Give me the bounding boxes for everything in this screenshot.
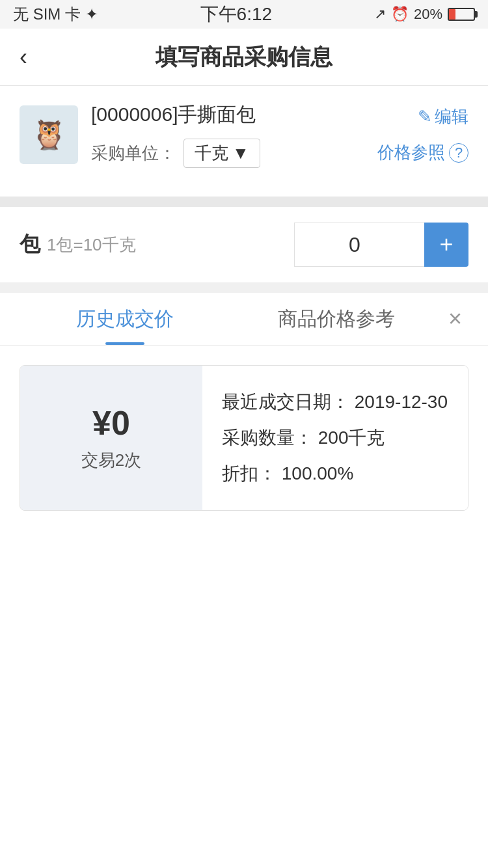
unit-char: 包	[20, 230, 40, 259]
tabs-section: 历史成交价 商品价格参考 × ¥0 交易2次 最近成交日期： 2019-12-3…	[0, 293, 488, 530]
battery-percent: 20%	[414, 6, 442, 23]
quantity-plus-button[interactable]: +	[424, 223, 468, 267]
tab-price-reference-label: 商品价格参考	[278, 306, 395, 332]
status-left: 无 SIM 卡 ✦	[13, 4, 98, 25]
product-header: 🦉 [0000006]手撕面包 采购单位： 千克 ▼ ✎ 编辑 价格参照	[20, 102, 468, 168]
quantity-label: 包 1包=10千克	[20, 230, 136, 259]
product-info: [0000006]手撕面包 采购单位： 千克 ▼	[91, 102, 260, 168]
unit-value: 千克	[195, 142, 228, 165]
status-right: ↗ ⏰ 20%	[374, 6, 475, 23]
product-left: 🦉 [0000006]手撕面包 采购单位： 千克 ▼	[20, 102, 260, 168]
product-section: 🦉 [0000006]手撕面包 采购单位： 千克 ▼ ✎ 编辑 价格参照	[0, 86, 488, 197]
discount-value: 100.00%	[282, 463, 354, 483]
quantity-input-group: +	[294, 223, 468, 267]
price-reference-button[interactable]: 价格参照 ?	[377, 141, 468, 164]
product-actions: ✎ 编辑 价格参照 ?	[377, 105, 468, 164]
history-card-left: ¥0 交易2次	[20, 366, 202, 510]
quantity-row: 包 1包=10千克 +	[0, 207, 488, 282]
price-ref-label: 价格参照	[377, 141, 445, 164]
battery-icon	[448, 8, 475, 21]
history-trade-count: 交易2次	[81, 449, 141, 472]
alarm-icon: ⏰	[391, 6, 409, 23]
price-ref-help-icon: ?	[449, 143, 468, 163]
tabs-header: 历史成交价 商品价格参考 ×	[0, 293, 488, 346]
discount-row: 折扣： 100.00%	[222, 461, 448, 486]
purchase-qty-value: 200千克	[318, 427, 385, 448]
nav-bar: ‹ 填写商品采购信息	[0, 29, 488, 86]
back-button[interactable]: ‹	[20, 44, 27, 71]
unit-dropdown[interactable]: 千克 ▼	[183, 139, 260, 168]
discount-label: 折扣：	[222, 463, 277, 483]
history-price: ¥0	[92, 403, 130, 442]
tab-history[interactable]: 历史成交价	[20, 293, 230, 345]
product-name: [0000006]手撕面包	[91, 102, 260, 128]
edit-icon: ✎	[418, 107, 432, 127]
tab-history-label: 历史成交价	[76, 306, 174, 332]
history-card: ¥0 交易2次 最近成交日期： 2019-12-30 采购数量： 200千克 折…	[20, 365, 468, 511]
history-card-right: 最近成交日期： 2019-12-30 采购数量： 200千克 折扣： 100.0…	[202, 366, 468, 510]
status-time: 下午6:12	[200, 2, 273, 27]
tabs-close-button[interactable]: ×	[442, 305, 468, 332]
product-unit-row: 采购单位： 千克 ▼	[91, 139, 260, 168]
status-bar: 无 SIM 卡 ✦ 下午6:12 ↗ ⏰ 20%	[0, 0, 488, 29]
page-title: 填写商品采购信息	[156, 42, 332, 72]
sim-status: 无 SIM 卡 ✦	[13, 4, 98, 25]
edit-button[interactable]: ✎ 编辑	[418, 105, 468, 128]
section-divider	[0, 197, 488, 207]
edit-label: 编辑	[435, 105, 468, 128]
recent-date-row: 最近成交日期： 2019-12-30	[222, 389, 448, 414]
conversion-text: 1包=10千克	[47, 234, 136, 256]
purchase-qty-row: 采购数量： 200千克	[222, 425, 448, 450]
recent-date-value: 2019-12-30	[355, 392, 448, 412]
history-content: ¥0 交易2次 最近成交日期： 2019-12-30 采购数量： 200千克 折…	[0, 346, 488, 530]
recent-date-label: 最近成交日期：	[222, 392, 349, 412]
unit-label: 采购单位：	[91, 142, 176, 165]
product-thumbnail: 🦉	[20, 105, 78, 164]
location-icon: ↗	[374, 6, 386, 23]
tab-price-reference[interactable]: 商品价格参考	[230, 293, 441, 345]
product-logo-icon: 🦉	[31, 118, 67, 152]
dropdown-arrow-icon: ▼	[232, 143, 249, 163]
purchase-qty-label: 采购数量：	[222, 427, 313, 448]
quantity-input[interactable]	[294, 223, 424, 267]
bottom-space	[0, 530, 488, 868]
